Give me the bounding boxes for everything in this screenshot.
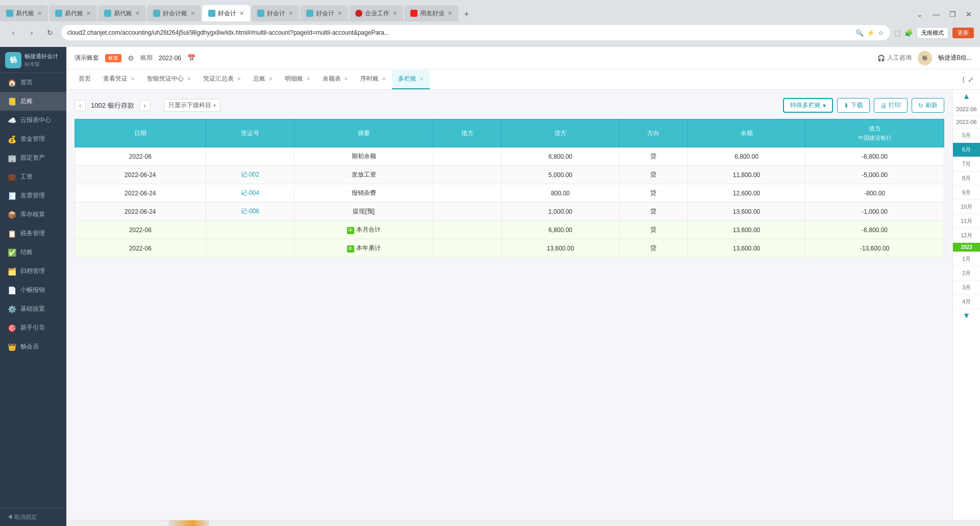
tab-voucher-summary-close[interactable]: ✕ xyxy=(237,76,241,82)
voucher-link[interactable]: 记-002 xyxy=(241,171,259,178)
browser-tab-6[interactable]: 好会计 ✕ xyxy=(251,5,299,21)
special-multi-column-button[interactable]: 特殊多栏账 ▾ xyxy=(783,98,833,113)
extension-icon[interactable]: 🧩 xyxy=(904,29,913,37)
tab-general-ledger[interactable]: 总账 ✕ xyxy=(247,70,279,89)
tab-close-4[interactable]: ✕ xyxy=(190,10,195,17)
voucher-link[interactable]: 记-004 xyxy=(241,189,259,196)
horizontal-scrollbar[interactable] xyxy=(66,520,980,526)
date-item-may[interactable]: 5月 xyxy=(953,129,980,143)
help-button[interactable]: 🎧 人工咨询 xyxy=(877,54,912,62)
tab-smart-voucher[interactable]: 智能凭证中心 ✕ xyxy=(141,70,197,89)
tab-view-voucher-close[interactable]: ✕ xyxy=(131,76,135,82)
prev-subject-button[interactable]: ‹ xyxy=(75,100,86,111)
browser-tab-5[interactable]: 好会计 ✕ xyxy=(202,5,250,21)
tab-multi-column-close[interactable]: ✕ xyxy=(420,76,424,82)
close-window-button[interactable]: ✕ xyxy=(962,7,976,21)
forward-button[interactable]: › xyxy=(24,26,39,40)
date-item-december[interactable]: 12月 xyxy=(953,229,980,243)
download-button[interactable]: ⬇ 下载 xyxy=(837,98,870,113)
sidebar-pin-toggle[interactable]: ◀ 取消固定 xyxy=(0,508,66,526)
date-item-2022-06-2[interactable]: 2022-06 xyxy=(953,116,980,129)
date-item-july[interactable]: 7月 xyxy=(953,157,980,171)
tab-detail-ledger-close[interactable]: ✕ xyxy=(306,76,310,82)
tab-sequence-ledger-close[interactable]: ✕ xyxy=(382,76,386,82)
browser-tab-7[interactable]: 好会计 ✕ xyxy=(300,5,348,21)
tab-close-5[interactable]: ✕ xyxy=(239,10,244,17)
translate-icon[interactable]: ⚡ xyxy=(867,29,875,37)
subject-filter-dropdown[interactable]: 只显示下级科目 ▾ xyxy=(164,99,220,112)
print-button[interactable]: 🖨 打印 xyxy=(874,98,908,113)
sidebar-item-fixed-asset[interactable]: 🏢 固定资产 xyxy=(0,148,66,167)
tab-general-ledger-close[interactable]: ✕ xyxy=(268,76,273,82)
cell-voucher[interactable]: 记-004 xyxy=(206,184,295,203)
date-scroll-up-button[interactable]: ▲ xyxy=(953,90,980,103)
sidebar-item-home[interactable]: 🏠 首页 xyxy=(0,73,66,92)
tab-close-7[interactable]: ✕ xyxy=(337,10,342,17)
tab-close-3[interactable]: ✕ xyxy=(135,10,140,17)
date-item-apr[interactable]: 4月 xyxy=(953,295,980,309)
tab-home[interactable]: 首页 xyxy=(72,70,97,89)
sidebar-item-fund[interactable]: 💰 资金管理 xyxy=(0,130,66,148)
date-item-2022-06-1[interactable]: 2022-06 xyxy=(953,103,980,116)
tab-close-9[interactable]: ✕ xyxy=(448,10,452,17)
reload-button[interactable]: ↻ xyxy=(43,26,57,40)
tab-close-1[interactable]: ✕ xyxy=(37,10,42,17)
sidebar-item-expense[interactable]: 📄 小畅报销 xyxy=(0,281,66,299)
tab-collapse-icon[interactable]: ⟨ xyxy=(962,76,965,84)
browser-tab-4[interactable]: 好会计账 ✕ xyxy=(147,5,201,21)
tab-balance[interactable]: 余额表 ✕ xyxy=(316,70,354,89)
tab-balance-close[interactable]: ✕ xyxy=(344,76,348,82)
browser-tab-9[interactable]: 用友好业 ✕ xyxy=(404,5,458,21)
date-item-november[interactable]: 11月 xyxy=(953,214,980,229)
browser-tab-1[interactable]: 易代账 ✕ xyxy=(0,5,48,21)
sidebar-item-guide[interactable]: 🎯 新手引导 xyxy=(0,318,66,337)
tab-voucher-summary[interactable]: 凭证汇总表 ✕ xyxy=(197,70,247,89)
next-subject-button[interactable]: › xyxy=(139,100,151,111)
refresh-button[interactable]: ↻ 刷新 xyxy=(912,98,944,113)
restore-button[interactable]: ❐ xyxy=(945,7,960,21)
date-item-october[interactable]: 10月 xyxy=(953,200,980,214)
incognito-mode-button[interactable]: 无痕模式 xyxy=(917,27,948,39)
date-item-september[interactable]: 9月 xyxy=(953,186,980,200)
sidebar-item-invoice[interactable]: 🧾 发票管理 xyxy=(0,186,66,205)
sidebar-item-payroll[interactable]: 💼 工资 xyxy=(0,167,66,186)
date-item-june-active[interactable]: 6月 xyxy=(953,143,980,157)
update-button[interactable]: 更新 xyxy=(952,28,974,38)
tab-sequence-ledger[interactable]: 序时账 ✕ xyxy=(354,70,392,89)
search-addr-icon[interactable]: 🔍 xyxy=(855,29,864,37)
date-item-feb[interactable]: 2月 xyxy=(953,266,980,281)
tab-view-voucher[interactable]: 查看凭证 ✕ xyxy=(97,70,141,89)
star-icon[interactable]: ☆ xyxy=(878,29,884,37)
calendar-icon[interactable]: 📅 xyxy=(187,54,195,62)
tab-close-8[interactable]: ✕ xyxy=(393,10,397,17)
tab-list-button[interactable]: ⌄ xyxy=(913,7,927,21)
cell-voucher[interactable]: 记-006 xyxy=(206,203,295,221)
sidebar-item-cloud-report[interactable]: ☁️ 云报表中心 xyxy=(0,111,66,130)
sidebar-item-closing[interactable]: ✅ 结账 xyxy=(0,243,66,262)
browser-tab-3[interactable]: 易代账 ✕ xyxy=(98,5,146,21)
back-button[interactable]: ‹ xyxy=(6,26,20,40)
tab-smart-voucher-close[interactable]: ✕ xyxy=(187,76,191,82)
date-item-jan[interactable]: 1月 xyxy=(953,252,980,266)
sidebar-item-settings[interactable]: ⚙️ 基础设置 xyxy=(0,299,66,318)
tab-close-2[interactable]: ✕ xyxy=(86,10,91,17)
date-scroll-down-button[interactable]: ▼ xyxy=(953,309,980,322)
account-badge[interactable]: 账套 xyxy=(105,54,121,62)
sidebar-item-inventory[interactable]: 📦 库存核算 xyxy=(0,205,66,224)
sidebar-item-ledger[interactable]: 📒 总账 xyxy=(0,92,66,111)
browser-tab-8[interactable]: 企业工作 ✕ xyxy=(349,5,403,21)
minimize-button[interactable]: — xyxy=(929,7,943,21)
tab-close-6[interactable]: ✕ xyxy=(288,10,293,17)
date-item-august[interactable]: 8月 xyxy=(953,171,980,186)
sidebar-panel-icon[interactable]: ⬚ xyxy=(894,29,900,37)
tab-expand-icon[interactable]: ⤢ xyxy=(968,76,974,84)
tab-multi-column[interactable]: 多栏账 ✕ xyxy=(392,70,430,89)
browser-tab-2[interactable]: 易代账 ✕ xyxy=(49,5,97,21)
tab-detail-ledger[interactable]: 明细账 ✕ xyxy=(279,70,316,89)
date-item-mar[interactable]: 3月 xyxy=(953,281,980,295)
new-tab-button[interactable]: + xyxy=(459,7,474,21)
sidebar-item-member[interactable]: 👑 畅会员 xyxy=(0,337,66,356)
voucher-link[interactable]: 记-006 xyxy=(241,208,259,215)
cell-voucher[interactable]: 记-002 xyxy=(206,166,295,184)
sidebar-item-tax[interactable]: 📋 税务管理 xyxy=(0,224,66,243)
